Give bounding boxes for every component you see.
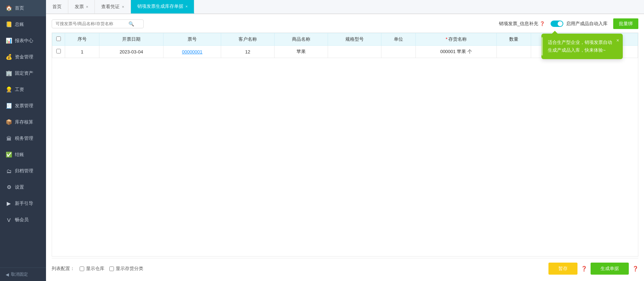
save-help-icon[interactable]: ❓ <box>581 266 587 271</box>
tooltip-close-button[interactable]: × <box>616 36 619 45</box>
tooltip-left-bar <box>541 37 543 56</box>
th-customer: 客户名称 <box>221 33 275 46</box>
sidebar-item-reports[interactable]: 📊 报表中心 <box>0 33 46 49</box>
main-area: 首页 发票 × 查看凭证 × 销项发票生成库存单据 × 🔍 销项发票_信息补充 … <box>46 0 644 281</box>
tab-voucher-label: 查看凭证 <box>101 4 120 10</box>
search-input[interactable] <box>56 21 126 26</box>
unpin-icon: ◀ <box>6 272 9 277</box>
auto-inbound-toggle[interactable] <box>551 21 563 27</box>
toolbar-row: 🔍 销项发票_信息补充 ❓ 启用产成品自动入库 批量绑 <box>52 18 638 29</box>
sidebar-item-close-account[interactable]: ✅ 结账 <box>0 147 46 163</box>
bottom-actions: 暂存 ❓ 生成单据 ❓ <box>548 263 638 275</box>
th-product: 商品名称 <box>275 33 328 46</box>
sidebar-item-home[interactable]: 🏠 首页 <box>0 0 46 16</box>
sidebar: 🏠 首页 📒 总账 📊 报表中心 💰 资金管理 🏢 固定资产 👷 工资 🧾 发票… <box>0 0 46 281</box>
invoice-icon: 🧾 <box>6 103 12 109</box>
generate-help-icon[interactable]: ❓ <box>632 266 638 271</box>
finance-icon: 💰 <box>6 54 12 60</box>
tab-invoice-close[interactable]: × <box>86 5 88 9</box>
batch-bind-button[interactable]: 批量绑 <box>613 18 638 29</box>
td-spec <box>328 46 381 58</box>
ticket-link[interactable]: 00000001 <box>182 49 202 55</box>
th-inventory: *存货名称 <box>416 33 497 46</box>
th-spec: 规格型号 <box>328 33 381 46</box>
search-box[interactable]: 🔍 <box>52 19 144 28</box>
td-customer: 12 <box>221 46 275 58</box>
inventory-icon: 📦 <box>6 119 12 125</box>
tax-icon: 🏛 <box>6 136 12 142</box>
table-wrapper: 序号 开票日期 票号 客户名称 商品名称 规格型号 单位 *存货名称 数量 销售… <box>52 33 638 257</box>
sidebar-item-archive[interactable]: 🗂 归档管理 <box>0 163 46 179</box>
show-category-label[interactable]: 显示存货分类 <box>109 265 143 272</box>
ledger-icon: 📒 <box>6 21 12 28</box>
td-checkbox <box>52 46 65 58</box>
tab-generate-stock-close[interactable]: × <box>185 4 188 8</box>
tab-home[interactable]: 首页 <box>46 0 68 13</box>
select-all-checkbox[interactable] <box>56 36 61 41</box>
tab-home-label: 首页 <box>52 4 62 10</box>
assets-icon: 🏢 <box>6 70 12 76</box>
generate-button[interactable]: 生成单据 <box>591 263 629 275</box>
th-qty: 数量 <box>496 33 531 46</box>
show-category-checkbox[interactable] <box>109 266 114 271</box>
info-label: 销项发票_信息补充 ❓ <box>499 21 545 27</box>
sidebar-item-settings[interactable]: ⚙ 设置 <box>0 179 46 195</box>
td-inventory: 000001 苹果 个 <box>416 46 497 58</box>
sidebar-item-ledger[interactable]: 📒 总账 <box>0 16 46 33</box>
sidebar-item-guide[interactable]: ▶ 新手引导 <box>0 195 46 212</box>
bottom-bar: 列表配置： 显示仓库 显示存货分类 暂存 ❓ 生成单据 ❓ <box>52 258 638 277</box>
sidebar-item-finance[interactable]: 💰 资金管理 <box>0 49 46 65</box>
td-product: 苹果 <box>275 46 328 58</box>
td-seq: 1 <box>65 46 99 58</box>
save-button[interactable]: 暂存 <box>548 263 577 275</box>
reports-icon: 📊 <box>6 38 12 44</box>
th-num: 票号 <box>163 33 221 46</box>
sidebar-item-tax[interactable]: 🏛 税务管理 <box>0 130 46 147</box>
content-area: 🔍 销项发票_信息补充 ❓ 启用产成品自动入库 批量绑 <box>46 14 644 281</box>
th-date: 开票日期 <box>99 33 163 46</box>
td-num: 00000001 <box>163 46 221 58</box>
tab-generate-stock[interactable]: 销项发票生成库存单据 × <box>131 0 194 13</box>
tab-bar: 首页 发票 × 查看凭证 × 销项发票生成库存单据 × <box>46 0 644 14</box>
sidebar-item-fixed-assets[interactable]: 🏢 固定资产 <box>0 65 46 81</box>
sidebar-item-invoice-mgmt[interactable]: 🧾 发票管理 <box>0 98 46 114</box>
close-account-icon: ✅ <box>6 151 12 158</box>
toggle-wrapper: 启用产成品自动入库 <box>551 21 608 27</box>
payroll-icon: 👷 <box>6 86 12 93</box>
show-warehouse-checkbox[interactable] <box>80 266 84 271</box>
tooltip-popup: × 适合生产型企业，销项发票自动生成产成品入库，快来体验~ <box>541 34 623 59</box>
tab-voucher[interactable]: 查看凭证 × <box>95 0 131 13</box>
list-config: 列表配置： 显示仓库 显示存货分类 <box>52 265 143 272</box>
home-icon: 🏠 <box>6 5 12 11</box>
info-help-icon[interactable]: ❓ <box>540 21 545 26</box>
toolbar-right: 销项发票_信息补充 ❓ 启用产成品自动入库 批量绑 <box>499 18 638 29</box>
tab-invoice[interactable]: 发票 × <box>68 0 95 13</box>
search-icon: 🔍 <box>128 21 134 27</box>
td-unit <box>381 46 415 58</box>
archive-icon: 🗂 <box>6 168 12 174</box>
tab-voucher-close[interactable]: × <box>122 5 124 9</box>
tab-invoice-label: 发票 <box>75 4 84 10</box>
guide-icon: ▶ <box>6 200 12 207</box>
show-warehouse-label[interactable]: 显示仓库 <box>80 265 104 272</box>
sidebar-item-payroll[interactable]: 👷 工资 <box>0 81 46 98</box>
th-unit: 单位 <box>381 33 415 46</box>
vip-icon: V <box>6 217 12 223</box>
td-qty <box>496 46 531 58</box>
tab-generate-stock-label: 销项发票生成库存单据 <box>137 3 183 10</box>
sidebar-item-vip[interactable]: V 畅会员 <box>0 212 46 228</box>
unpin-fixed[interactable]: ◀ 取消固定 <box>0 268 46 281</box>
settings-icon: ⚙ <box>6 184 12 190</box>
sidebar-item-inventory[interactable]: 📦 库存核算 <box>0 114 46 130</box>
td-date: 2023-03-04 <box>99 46 163 58</box>
th-seq: 序号 <box>65 33 99 46</box>
th-checkbox <box>52 33 65 46</box>
row-checkbox[interactable] <box>56 49 61 53</box>
